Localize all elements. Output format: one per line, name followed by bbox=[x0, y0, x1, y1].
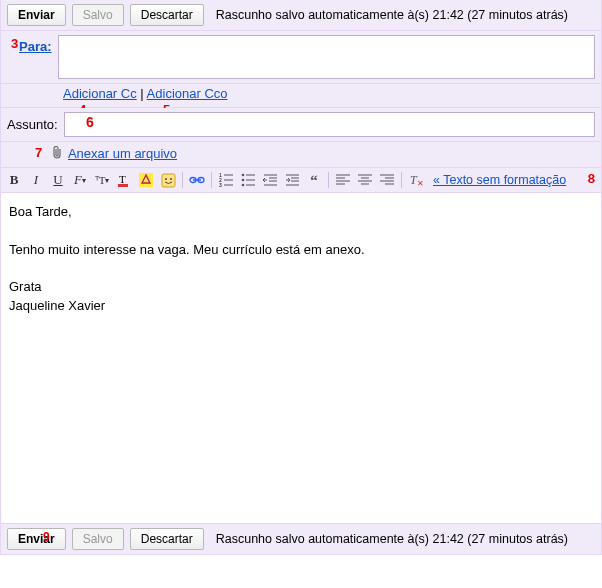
attach-file-link[interactable]: Anexar um arquivo bbox=[68, 146, 177, 161]
bold-button[interactable]: B bbox=[5, 171, 23, 189]
discard-button-bottom[interactable]: Descartar bbox=[130, 528, 204, 550]
link-button[interactable] bbox=[188, 171, 206, 189]
toolbar-separator bbox=[211, 172, 212, 188]
outdent-button[interactable] bbox=[261, 171, 279, 189]
toolbar-separator bbox=[182, 172, 183, 188]
svg-point-4 bbox=[165, 178, 167, 180]
svg-text:✕: ✕ bbox=[417, 179, 424, 187]
svg-text:3: 3 bbox=[219, 182, 222, 187]
attach-row: 7 Anexar um arquivo bbox=[1, 142, 601, 168]
svg-point-5 bbox=[170, 178, 172, 180]
highlight-button[interactable] bbox=[137, 171, 155, 189]
text-color-button[interactable]: T bbox=[115, 171, 133, 189]
quote-button[interactable]: “ bbox=[305, 171, 323, 189]
top-action-bar: Enviar Salvo Descartar Rascunho salvo au… bbox=[1, 0, 601, 31]
svg-rect-3 bbox=[162, 174, 175, 187]
message-body[interactable]: Boa Tarde, Tenho muito interesse na vaga… bbox=[1, 193, 601, 523]
indent-button[interactable] bbox=[283, 171, 301, 189]
to-row: 3 Para: bbox=[1, 31, 601, 84]
align-center-button[interactable] bbox=[356, 171, 374, 189]
add-cc-link[interactable]: Adicionar Cc bbox=[63, 86, 137, 101]
svg-point-15 bbox=[241, 179, 244, 182]
annotation-3: 3 bbox=[11, 36, 18, 51]
emoticon-button[interactable] bbox=[159, 171, 177, 189]
ordered-list-button[interactable]: 123 bbox=[217, 171, 235, 189]
align-right-button[interactable] bbox=[378, 171, 396, 189]
autosave-status: Rascunho salvo automaticamente à(s) 21:4… bbox=[216, 8, 568, 22]
svg-rect-1 bbox=[118, 184, 128, 187]
autosave-status-bottom: Rascunho salvo automaticamente à(s) 21:4… bbox=[216, 532, 568, 546]
to-input[interactable] bbox=[58, 35, 595, 79]
underline-button[interactable]: U bbox=[49, 171, 67, 189]
subject-input[interactable] bbox=[64, 112, 595, 137]
svg-point-16 bbox=[241, 184, 244, 187]
cc-bcc-row: Adicionar Cc | Adicionar Cco 4 5 bbox=[1, 84, 601, 108]
remove-format-button[interactable]: T✕ bbox=[407, 171, 425, 189]
saved-button-bottom: Salvo bbox=[72, 528, 124, 550]
to-label[interactable]: Para: bbox=[19, 35, 52, 54]
subject-row: Assunto: 6 bbox=[1, 108, 601, 142]
paperclip-icon bbox=[51, 146, 65, 163]
cc-separator: | bbox=[137, 86, 147, 101]
bottom-action-bar: Enviar 9 Salvo Descartar Rascunho salvo … bbox=[1, 523, 601, 554]
toolbar-separator bbox=[328, 172, 329, 188]
send-button[interactable]: Enviar bbox=[7, 4, 66, 26]
unordered-list-button[interactable] bbox=[239, 171, 257, 189]
discard-button[interactable]: Descartar bbox=[130, 4, 204, 26]
italic-button[interactable]: I bbox=[27, 171, 45, 189]
saved-button: Salvo bbox=[72, 4, 124, 26]
compose-window: Enviar Salvo Descartar Rascunho salvo au… bbox=[0, 0, 602, 555]
plain-text-link[interactable]: « Texto sem formatação bbox=[433, 173, 566, 187]
annotation-7: 7 bbox=[35, 145, 42, 160]
format-toolbar: B I U F▾ ᵀT▾ T 123 “ bbox=[1, 168, 601, 193]
align-left-button[interactable] bbox=[334, 171, 352, 189]
font-size-button[interactable]: ᵀT▾ bbox=[93, 171, 111, 189]
toolbar-separator bbox=[401, 172, 402, 188]
svg-point-14 bbox=[241, 174, 244, 177]
subject-label: Assunto: bbox=[7, 117, 58, 132]
send-button-bottom[interactable]: Enviar bbox=[7, 528, 66, 550]
add-bcc-link[interactable]: Adicionar Cco bbox=[147, 86, 228, 101]
annotation-8: 8 bbox=[588, 171, 595, 186]
svg-text:T: T bbox=[119, 173, 126, 185]
font-family-button[interactable]: F▾ bbox=[71, 171, 89, 189]
